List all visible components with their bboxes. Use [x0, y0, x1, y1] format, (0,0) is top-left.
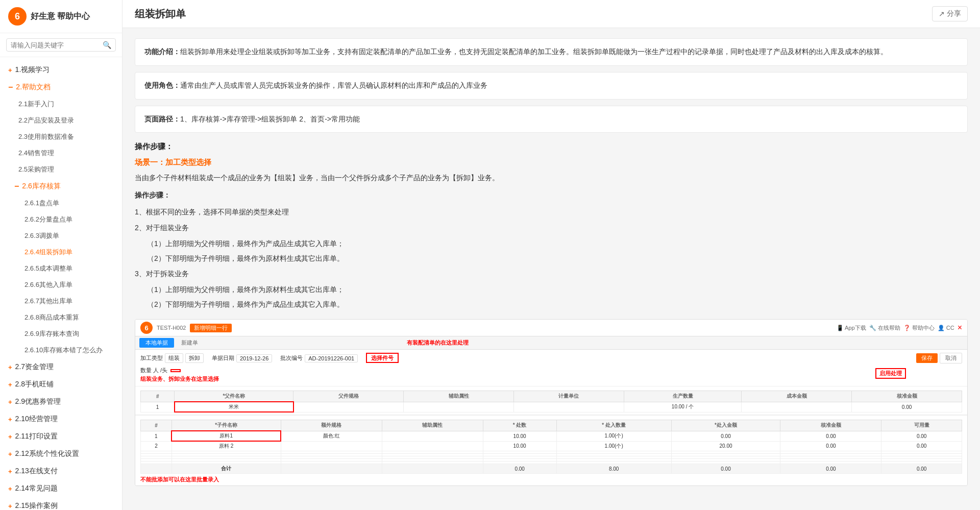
op-steps-label: 操作步骤： [135, 142, 968, 152]
steps-list: 1、根据不同的业务，选择不同单据的类型来处理 2、对于组装业务 （1）上部明细为… [135, 206, 968, 311]
step3-subs: （1）上部明细为父件明细，最终作为原材料生成其它出库单； （2）下部明细为子件明… [135, 283, 968, 311]
search-box[interactable]: 🔍 [6, 38, 116, 52]
sidebar-item-video-label: 1.视频学习 [15, 65, 50, 75]
sim-td-unit [513, 402, 624, 412]
sidebar-item-2-6-9[interactable]: 2.6.9库存账本查询 [0, 326, 122, 342]
step3-sub2: （2）下部明细为子件明细，最终作为产成品生成其它入库单。 [147, 298, 968, 311]
sidebar-item-docs-label: 2.帮助文档 [16, 83, 51, 92]
logo-icon: 6 [8, 7, 27, 26]
sim-annotation1-wrapper: 选择件号 有装配清单的在这里处理 [366, 354, 399, 362]
plus-icon-2-7: + [8, 363, 12, 371]
sidebar-item-2-13[interactable]: + 2.13在线支付 [0, 463, 122, 480]
sidebar-item-2-1[interactable]: 2.1新手入门 [0, 96, 122, 112]
sim-form-header: 加工类型 组装 拆卸 单据日期 2019-12-26 批次编号 AD-20191… [135, 350, 967, 386]
sidebar-item-2-15-label: 2.15操作案例 [15, 501, 58, 510]
sim-type-value[interactable]: 组装 [165, 353, 183, 363]
sidebar-item-2-12[interactable]: + 2.12系统个性化设置 [0, 445, 122, 463]
sim-child-row-2: 2 原料 2 10.00 1.00(个) 20.00 0.00 0.00 [141, 441, 962, 451]
sidebar-item-2-5[interactable]: 2.5采购管理 [0, 161, 122, 178]
sim-th-aux-attr: 辅助属性 [404, 391, 514, 402]
sim-th-prod-qty: 生产数量 [624, 391, 742, 402]
sidebar-item-docs[interactable]: − 2.帮助文档 [0, 79, 122, 96]
sidebar-item-2-3[interactable]: 2.3使用前数据准备 [0, 129, 122, 145]
sidebar-item-2-6-10[interactable]: 2.6.10库存账本错了怎么办 [0, 342, 122, 358]
logo-text: 好生意 帮助中心 [31, 11, 90, 22]
sidebar: 6 好生意 帮助中心 🔍 + 1.视频学习 − 2.帮助文档 2.1新手入门 2… [0, 0, 122, 510]
sim-th-cost-amt: 成本金额 [742, 391, 852, 402]
sim-td-no: 1 [141, 402, 175, 412]
sidebar-item-2-2[interactable]: 2.2产品安装及登录 [0, 112, 122, 129]
sidebar-item-2-6-3[interactable]: 2.6.3调拨单 [0, 228, 122, 244]
sidebar-item-2-6[interactable]: − 2.6库存核算 [0, 178, 122, 195]
path-block: 页面路径：1、库存核算->库存管理->组装拆卸单 2、首页->常用功能 [135, 106, 968, 133]
sidebar-item-2-6-6[interactable]: 2.6.6其他入库单 [0, 277, 122, 293]
sim-annotation2: 组装业务、拆卸业务在这里选择 [140, 376, 219, 382]
sidebar-item-2-6-5[interactable]: 2.6.5成本调整单 [0, 260, 122, 277]
search-input[interactable] [11, 41, 103, 49]
sim-annotation1: 有装配清单的在这里处理 [407, 339, 469, 347]
sim-app-icon2: 🔧 在线帮助 [869, 324, 900, 332]
sim-save-btn[interactable]: 保存 [916, 353, 938, 363]
sidebar-item-2-10[interactable]: + 2.10经营管理 [0, 410, 122, 428]
sidebar-item-2-11[interactable]: + 2.11打印设置 [0, 428, 122, 445]
sidebar-item-2-6-1[interactable]: 2.6.1盘点单 [0, 195, 122, 211]
search-icon[interactable]: 🔍 [103, 41, 111, 49]
share-button[interactable]: ↗ 分享 [932, 6, 968, 21]
screenshot-container: 6 TEST-H002 新增明细一行 📱 App下载 🔧 在线帮助 ❓ 帮助中心… [135, 319, 968, 486]
sim-type-value2[interactable]: 拆卸 [185, 353, 204, 363]
scene1-intro: 当由多个子件材料组装成一个成品的业务为【组装】业务，当由一个父件拆分成多个子产品… [135, 172, 968, 184]
sim-tab-local[interactable]: 本地单据 [139, 338, 174, 348]
sim-tab-new[interactable]: 新建单 [177, 338, 202, 348]
sim-app-icon4: 👤 CC [938, 325, 954, 331]
share-label: 分享 [947, 9, 961, 18]
sim-qty-input[interactable] [170, 369, 181, 372]
sim-th-unit: 计量单位 [513, 391, 624, 402]
sim-date-value[interactable]: 2019-12-26 [236, 354, 272, 362]
minus-icon-2-6: − [14, 182, 19, 190]
sidebar-item-2-6-7[interactable]: 2.6.7其他出库单 [0, 293, 122, 309]
sidebar-item-2-6-8[interactable]: 2.6.8商品成本重算 [0, 309, 122, 326]
sidebar-item-2-15[interactable]: + 2.15操作案例 [0, 497, 122, 510]
sim-th-in-qty: * 处入数量 [556, 420, 671, 431]
sim-type-field: 加工类型 组装 拆卸 [140, 353, 204, 363]
sim-cancel-btn[interactable]: 取消 [940, 353, 962, 363]
sidebar-item-2-14[interactable]: + 2.14常见问题 [0, 480, 122, 497]
sim-batch-label: 批次编号 [280, 354, 303, 362]
sim-th-extra-spec: 额外规格 [281, 420, 382, 431]
sidebar-item-2-4[interactable]: 2.4销售管理 [0, 145, 122, 161]
step-2: 2、对于组装业务 [135, 222, 968, 234]
plus-icon-2-11: + [8, 433, 12, 441]
sim-td-spec [293, 402, 404, 412]
func-intro-block: 功能介绍：组装拆卸单用来处理企业组装或拆卸等加工业务，支持有固定装配清单的产品加… [135, 38, 968, 66]
minus-icon: − [8, 83, 13, 91]
sim-th-parent-spec: 父件规格 [293, 391, 404, 402]
sim-td-prod-qty: 10.00 / 个 [624, 402, 742, 412]
sidebar-item-2-7[interactable]: + 2.7资金管理 [0, 358, 122, 376]
sim-date-field: 单据日期 2019-12-26 [212, 354, 272, 362]
sim-parent-table: # *父件名称 父件规格 辅助属性 计量单位 生产数量 成本金额 核准金额 [140, 391, 962, 412]
sim-footer-row: 合计 0.00 8.00 0.00 0.00 0.00 [141, 464, 962, 474]
sidebar-item-2-12-label: 2.12系统个性化设置 [15, 449, 79, 458]
sidebar-item-2-9-label: 2.9优惠券管理 [15, 397, 61, 406]
sim-td-approve: 0.00 [852, 402, 962, 412]
sim-table-header-row2: # *子件名称 额外规格 辅助属性 * 处数 * 处入数量 *处入金额 核准金额… [141, 420, 962, 431]
step3-sub1: （1）上部明细为父件明细，最终作为原材料生成其它出库单； [147, 283, 968, 296]
sidebar-item-video[interactable]: + 1.视频学习 [0, 61, 122, 79]
sidebar-item-2-14-label: 2.14常见问题 [15, 484, 58, 493]
sidebar-item-2-9[interactable]: + 2.9优惠券管理 [0, 393, 122, 410]
share-icon: ↗ [939, 10, 945, 18]
sim-app-icon3: ❓ 帮助中心 [903, 324, 935, 332]
sim-th-avail: 可用量 [881, 420, 962, 431]
sim-count-label: 数量 人 /头 [140, 367, 167, 374]
sim-select-btn[interactable]: 选择件号 [366, 353, 399, 363]
sidebar-item-2-6-2[interactable]: 2.6.2分量盘点单 [0, 211, 122, 228]
plus-icon-2-14: + [8, 485, 12, 493]
sidebar-item-2-8[interactable]: + 2.8手机旺铺 [0, 376, 122, 393]
content-area: 功能介绍：组装拆卸单用来处理企业组装或拆卸等加工业务，支持有固定装配清单的产品加… [122, 28, 980, 510]
plus-icon-2-12: + [8, 450, 12, 458]
sim-batch-field: 批次编号 AD-20191226-001 [280, 354, 358, 362]
sim-close-icon[interactable]: × [958, 323, 962, 332]
path-label: 页面路径： [144, 115, 180, 123]
sidebar-item-2-6-4[interactable]: 2.6.4组装拆卸单 [0, 244, 122, 260]
sim-annotation3-wrapper: 启用处理 [875, 368, 906, 379]
